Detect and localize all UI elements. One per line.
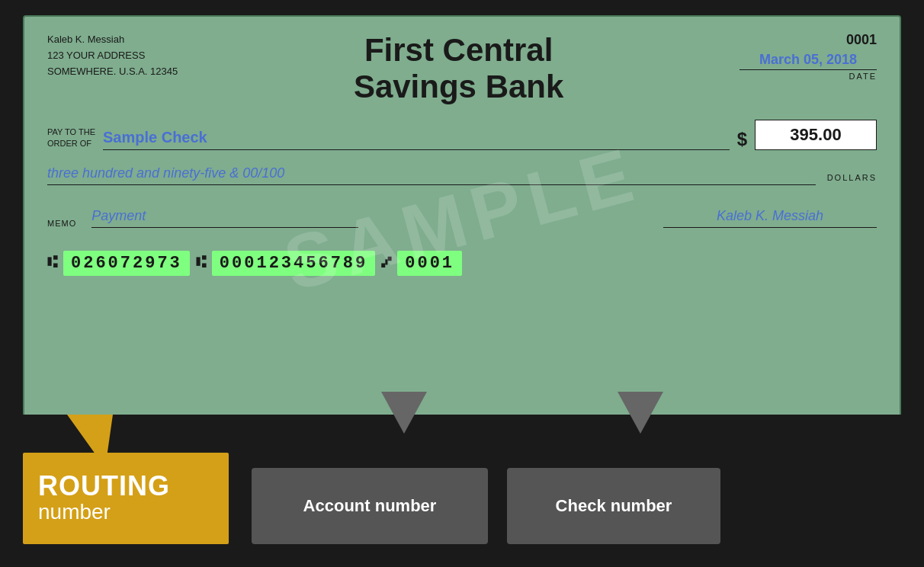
- right-header: 0001 March 05, 2018 DATE: [740, 32, 877, 81]
- bank-name-line2: Savings Bank: [354, 69, 563, 104]
- account-holder-info: Kaleb K. Messiah 123 YOUR ADDRESS SOMEWH…: [47, 32, 178, 79]
- check-number-display: 0001: [816, 32, 877, 48]
- date-label: DATE: [849, 72, 877, 81]
- memo-label: MEMO: [47, 219, 76, 228]
- date-area: March 05, 2018 DATE: [740, 52, 877, 81]
- account-number-micr: 000123456789: [212, 251, 375, 276]
- micr-separator-symbol: ⑇: [381, 254, 391, 273]
- pay-to-label: PAY TO THE ORDER OF: [47, 127, 95, 150]
- dollars-label: DOLLARS: [827, 173, 877, 185]
- signature-line: Kaleb K. Messiah: [663, 208, 877, 228]
- payee-name: Sample Check: [103, 129, 207, 146]
- signature-value: Kaleb K. Messiah: [717, 208, 823, 223]
- bank-name: First Central Savings Bank: [193, 32, 724, 106]
- micr-end-symbol: ⑆: [196, 254, 206, 273]
- account-number-arrow-icon: [381, 392, 427, 434]
- account-number-label-box: Account number: [252, 468, 488, 544]
- written-amount: three hundred and ninety-five & 00/100: [47, 165, 284, 181]
- written-amount-row: three hundred and ninety-five & 00/100 D…: [47, 165, 877, 185]
- written-amount-line: three hundred and ninety-five & 00/100: [47, 165, 816, 185]
- check-number-arrow-icon: [618, 392, 663, 434]
- routing-label-bottom: number: [38, 500, 111, 524]
- check-number-label: Check number: [556, 496, 672, 516]
- memo-line: Payment: [91, 208, 358, 228]
- check-number-micr: 0001: [397, 251, 462, 276]
- account-number-label: Account number: [303, 496, 437, 516]
- date-value: March 05, 2018: [740, 52, 877, 70]
- micr-start-symbol: ⑆: [47, 254, 57, 273]
- micr-row: ⑆ 026072973 ⑆ 000123456789 ⑇ 0001: [47, 251, 877, 276]
- amount-box: 395.00: [755, 120, 877, 150]
- signature-area: Kaleb K. Messiah: [374, 208, 877, 228]
- routing-label-box: ROUTING number: [23, 453, 229, 544]
- bank-name-line1: First Central: [364, 32, 553, 68]
- holder-name: Kaleb K. Messiah: [47, 32, 178, 48]
- pay-to-row: PAY TO THE ORDER OF Sample Check $ 395.0…: [47, 120, 877, 150]
- routing-number-micr: 026072973: [63, 251, 190, 276]
- routing-label-top: ROUTING: [38, 472, 170, 500]
- check-document: SAMPLE Kaleb K. Messiah 123 YOUR ADDRESS…: [23, 15, 901, 422]
- memo-value: Payment: [91, 208, 146, 223]
- holder-address1: 123 YOUR ADDRESS: [47, 48, 178, 64]
- dollar-sign: $: [737, 129, 747, 150]
- check-header: Kaleb K. Messiah 123 YOUR ADDRESS SOMEWH…: [47, 32, 877, 106]
- memo-signature-row: MEMO Payment Kaleb K. Messiah: [47, 208, 877, 228]
- check-number-label-box: Check number: [507, 468, 720, 544]
- pay-to-line: Sample Check: [103, 129, 730, 150]
- holder-address2: SOMEWHERE. U.S.A. 12345: [47, 64, 178, 80]
